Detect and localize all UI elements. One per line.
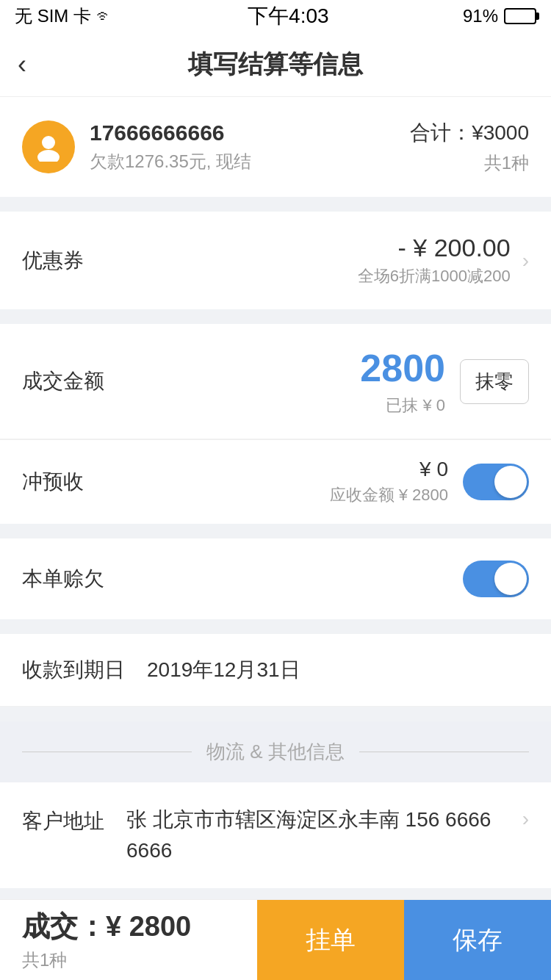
coupon-info: - ¥ 200.00 全场6折满1000减200 <box>358 234 511 287</box>
coupon-chevron-icon: › <box>522 249 529 273</box>
bottom-bar: 成交：¥ 2800 共1种 挂单 保存 <box>0 899 551 980</box>
prepay-row: 冲预收 ¥ 0 应收金额 ¥ 2800 <box>0 439 551 524</box>
bottom-amount-value: ¥ 2800 <box>106 911 191 942</box>
divider-line-left <box>22 752 192 752</box>
transaction-row: 成交金额 2800 已抹 ¥ 0 抹零 <box>0 324 551 439</box>
bottom-amount: 成交：¥ 2800 <box>22 908 235 945</box>
coupon-right: - ¥ 200.00 全场6折满1000减200 › <box>358 234 529 287</box>
customer-phone: 17666666666 <box>90 120 251 145</box>
logistics-label: 物流 & 其他信息 <box>192 739 359 765</box>
coupon-label: 优惠券 <box>22 247 84 275</box>
customer-left: 17666666666 欠款1276.35元, 现结 <box>22 120 251 173</box>
round-button[interactable]: 抹零 <box>460 359 529 404</box>
avatar <box>22 120 75 173</box>
nav-bar: ‹ 填写结算等信息 <box>0 32 551 97</box>
debit-label: 本单赊欠 <box>22 565 104 593</box>
address-label: 客户地址 <box>22 804 104 835</box>
prepay-toggle-knob <box>494 466 527 498</box>
main-content: 17666666666 欠款1276.35元, 现结 合计：¥3000 共1种 … <box>0 97 551 976</box>
sim-label: 无 SIM 卡 ᯤ <box>15 4 114 28</box>
duedate-value: 2019年12月31日 <box>147 656 300 684</box>
coupon-amount: - ¥ 200.00 <box>358 234 511 262</box>
status-bar: 无 SIM 卡 ᯤ 下午4:03 91% <box>0 0 551 32</box>
back-button[interactable]: ‹ <box>18 49 26 80</box>
bottom-info: 成交：¥ 2800 共1种 <box>0 908 257 972</box>
transaction-section: 成交金额 2800 已抹 ¥ 0 抹零 冲预收 ¥ 0 应收金额 ¥ 2800 <box>0 324 551 524</box>
duedate-section: 收款到期日 2019年12月31日 <box>0 634 551 707</box>
svg-point-0 <box>42 136 55 149</box>
battery-percent: 91% <box>463 6 498 26</box>
prepay-label: 冲预收 <box>22 468 84 496</box>
bottom-count: 共1种 <box>22 948 235 972</box>
customer-info: 17666666666 欠款1276.35元, 现结 <box>90 120 251 173</box>
person-icon <box>34 132 63 162</box>
coupon-desc: 全场6折满1000减200 <box>358 265 511 287</box>
save-button[interactable]: 保存 <box>404 900 551 981</box>
transaction-sub: 已抹 ¥ 0 <box>360 394 445 417</box>
address-value: 张 北京市市辖区海淀区永丰南 156 6666 6666 <box>126 804 515 866</box>
status-time: 下午4:03 <box>248 2 329 30</box>
divider-line-right <box>359 752 529 752</box>
address-section[interactable]: 客户地址 张 北京市市辖区海淀区永丰南 156 6666 6666 › <box>0 782 551 888</box>
prepay-right: ¥ 0 应收金额 ¥ 2800 <box>330 458 529 506</box>
battery-icon <box>504 8 536 24</box>
prepay-amount: ¥ 0 <box>330 458 448 481</box>
status-right: 91% <box>463 6 536 26</box>
address-chevron-icon: › <box>522 804 529 831</box>
transaction-label: 成交金额 <box>22 367 104 395</box>
prepay-values: ¥ 0 应收金额 ¥ 2800 <box>330 458 448 506</box>
customer-total: 合计：¥3000 <box>410 119 529 147</box>
customer-card: 17666666666 欠款1276.35元, 现结 合计：¥3000 共1种 <box>0 97 551 197</box>
transaction-value: 2800 <box>360 346 445 390</box>
transaction-right: 2800 已抹 ¥ 0 抹零 <box>360 346 529 417</box>
bottom-transaction-label: 成交： <box>22 911 106 942</box>
debit-section: 本单赊欠 <box>0 538 551 619</box>
page-title: 填写结算等信息 <box>188 48 363 82</box>
customer-debt: 欠款1276.35元, 现结 <box>90 150 251 173</box>
prepay-toggle[interactable] <box>463 464 529 500</box>
debit-toggle-knob <box>494 563 527 595</box>
coupon-section: 优惠券 - ¥ 200.00 全场6折满1000减200 › <box>0 212 551 309</box>
coupon-row[interactable]: 优惠券 - ¥ 200.00 全场6折满1000减200 › <box>0 212 551 309</box>
svg-point-1 <box>37 150 60 162</box>
debit-toggle[interactable] <box>463 561 529 597</box>
customer-right: 合计：¥3000 共1种 <box>410 119 529 175</box>
duedate-label: 收款到期日 <box>22 656 125 684</box>
prepay-total: 应收金额 ¥ 2800 <box>330 484 448 506</box>
logistics-divider: 物流 & 其他信息 <box>0 721 551 782</box>
customer-count: 共1种 <box>410 151 529 175</box>
hold-button[interactable]: 挂单 <box>257 900 404 981</box>
transaction-value-wrap: 2800 已抹 ¥ 0 <box>360 346 445 417</box>
status-left: 无 SIM 卡 ᯤ <box>15 4 114 28</box>
